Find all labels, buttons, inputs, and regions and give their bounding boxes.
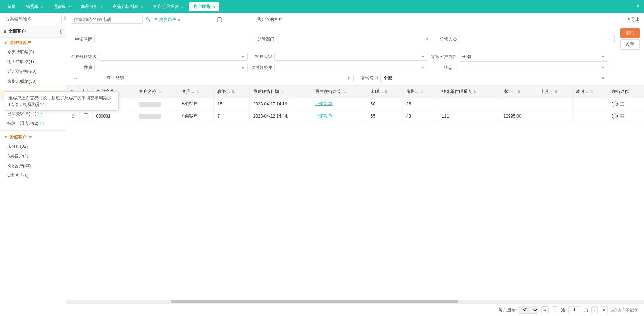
last-method-link-2[interactable]: 下销货单	[315, 113, 332, 118]
price-level-select[interactable]: ▼	[99, 53, 248, 61]
sort-type-icon[interactable]: ⇅	[196, 90, 199, 94]
sidebar-item-tomorrow[interactable]: 明天待联络(1)	[0, 57, 66, 67]
ellipsis-button[interactable]: ···	[71, 75, 78, 82]
page-prev-button[interactable]: ‹	[552, 306, 558, 313]
filter-row-1: 电话号码 分管部门 ▼ 分管人员 ···	[71, 28, 640, 50]
manager-dot[interactable]: ···	[608, 37, 611, 42]
tab-customer-segment[interactable]: 客户分层经营 ×	[149, 2, 187, 11]
row-year-1	[500, 98, 537, 110]
tab-product-analysis[interactable]: 商品分析 ×	[77, 2, 107, 11]
customer-type-select[interactable]: ▼	[126, 75, 354, 82]
sidebar-item-class-c[interactable]: C类客户(6)	[0, 171, 66, 180]
sidebar-item-overdue-contact[interactable]: 逾期未联络(30)	[0, 77, 66, 86]
page-first-button[interactable]: «	[541, 306, 549, 313]
tab-product-close[interactable]: ×	[100, 4, 102, 9]
query-button[interactable]: 查询	[620, 28, 640, 38]
sort-overdue-icon[interactable]: ⇅	[420, 90, 423, 94]
sidebar-item-7days[interactable]: 近7天待联络(0)	[0, 67, 66, 76]
action-grid-icon-1[interactable]: ☷	[620, 101, 625, 107]
sidebar-search-area: 🔍	[0, 13, 66, 25]
page-next-button[interactable]: ›	[591, 306, 598, 313]
tab-product-list-close[interactable]: ×	[140, 4, 143, 9]
filter-cell-retail-attr: 零散客户属性 全部 ▼	[431, 52, 608, 62]
setting-button[interactable]: 设置	[620, 39, 640, 50]
last-method-link-1[interactable]: 下销货单	[315, 101, 332, 106]
price-level-label: 客户价格等级	[71, 54, 97, 60]
dept-select[interactable]: ▼	[277, 36, 432, 43]
phone-input[interactable]	[94, 35, 250, 43]
nature-select[interactable]: ▼	[94, 64, 248, 71]
sidebar-item-class-b[interactable]: B类客户(33)	[0, 161, 66, 171]
tab-home[interactable]: 首页	[3, 2, 20, 11]
sidebar-search-input[interactable]	[3, 15, 62, 23]
status-select[interactable]: ▼	[455, 64, 608, 71]
retail-attr-select[interactable]: 全部 ▼	[459, 52, 608, 62]
tab-purchase-order[interactable]: 进货单 ×	[49, 2, 75, 11]
th-unit-contacts: 往来单位联系人 ⇅	[438, 86, 500, 98]
divider-2	[0, 130, 66, 131]
tab-product-analysis-list[interactable]: 商品分析列表 ×	[108, 2, 147, 11]
sort-current-month-icon[interactable]: ⇅	[590, 90, 593, 94]
search-icon[interactable]: 🔍	[145, 17, 151, 22]
scrollbar-thumb[interactable]	[171, 300, 458, 303]
export-button[interactable]: ↗ 导出	[626, 16, 640, 23]
customer-level-label: 客户等级	[251, 54, 272, 60]
sidebar-item-unclassified[interactable]: 未分组(32)	[0, 142, 66, 151]
more-conditions-button[interactable]: ▼ 更多条件 ∧	[154, 16, 181, 23]
info-icon-declining[interactable]: ⓘ	[40, 121, 44, 127]
more-conditions-label: 更多条件	[159, 16, 176, 23]
horizontal-scrollbar[interactable]	[66, 300, 644, 303]
tab-purchase-label: 进货单	[53, 4, 66, 10]
retail-customer-arrow: ▼	[601, 76, 605, 80]
action-contact-icon-1[interactable]: 💬	[612, 101, 618, 107]
sidebar-collapse-right[interactable]: ❮	[59, 29, 62, 34]
my-customers-check[interactable]	[184, 17, 255, 22]
sort-last-date-icon[interactable]: ⇅	[281, 90, 284, 94]
sort-name-icon[interactable]: ⇅	[158, 90, 161, 94]
row-check-2[interactable]	[84, 113, 88, 118]
th-name-label: 客户名称	[139, 89, 156, 94]
sort-contact-icon[interactable]: ⇅	[232, 90, 235, 94]
page-text: 第	[561, 307, 565, 313]
sort-last-method-icon[interactable]: ⇅	[343, 90, 346, 94]
pending-contact-group[interactable]: ▼ 待联络客户	[0, 38, 66, 47]
sort-uncontacted-icon[interactable]: ⇅	[385, 90, 388, 94]
action-contact-icon-2[interactable]: 💬	[612, 113, 618, 119]
tab-customer-segment-close[interactable]: ×	[181, 4, 183, 9]
sidebar-search-icon[interactable]: 🔍	[63, 16, 66, 22]
sidebar-item-class-a[interactable]: A类客户(1)	[0, 151, 66, 161]
retail-customer-select[interactable]: 全部 ▼	[380, 74, 608, 83]
manager-select[interactable]: ···	[459, 35, 615, 43]
page-input[interactable]	[568, 306, 581, 313]
per-page-label: 每页显示	[499, 307, 516, 313]
sort-current-year-icon[interactable]: ⇅	[518, 90, 520, 94]
value-customers-group[interactable]: ▼ 价值客户 ✏	[0, 132, 66, 142]
filter-cell-status: 状态 ▼	[431, 64, 608, 71]
per-page-select[interactable]: 50 20 100	[519, 306, 538, 314]
window-close-button[interactable]: ×	[636, 3, 640, 10]
tab-customer-contact-close[interactable]: ×	[213, 4, 215, 9]
tab-sales-order[interactable]: 销货单 ×	[22, 2, 47, 11]
th-name: 客户名称 ⇅	[135, 86, 178, 98]
th-last-month: 上月... ⇅	[537, 86, 572, 98]
sidebar-item-declining[interactable]: 持续下滑客户(2) ⓘ	[0, 119, 66, 128]
edit-icon[interactable]: ✏	[29, 135, 32, 140]
sort-unit-contacts-icon[interactable]: ⇅	[474, 90, 477, 94]
tab-customer-contact[interactable]: 客户联络 ×	[189, 2, 219, 11]
page-last-button[interactable]: »	[601, 306, 608, 313]
sidebar-item-today[interactable]: 今天待联络(0)	[0, 47, 66, 57]
my-customers-checkbox[interactable]: 我分管的客户	[184, 16, 283, 23]
action-grid-icon-2[interactable]: ☷	[620, 113, 625, 119]
tab-purchase-close[interactable]: ×	[68, 4, 70, 9]
info-icon-churned[interactable]: ⓘ	[38, 111, 42, 117]
tab-sales-close[interactable]: ×	[41, 4, 43, 9]
row-checkbox-2	[79, 110, 92, 122]
customer-level-select[interactable]: ▼	[274, 53, 428, 61]
all-customers-header[interactable]: ■ 全部客户 ❮	[0, 25, 66, 38]
search-input[interactable]	[71, 15, 143, 24]
action-icons-1: 💬 ☷	[612, 101, 640, 107]
th-overdue-label: 逾期...	[406, 89, 418, 94]
filter-row-2: 客户价格等级 ▼ 客户等级 ▼ 零散客户属性 全部	[71, 52, 640, 62]
payment-select[interactable]: ▼	[274, 64, 428, 71]
sort-last-month-icon[interactable]: ⇅	[555, 90, 557, 94]
